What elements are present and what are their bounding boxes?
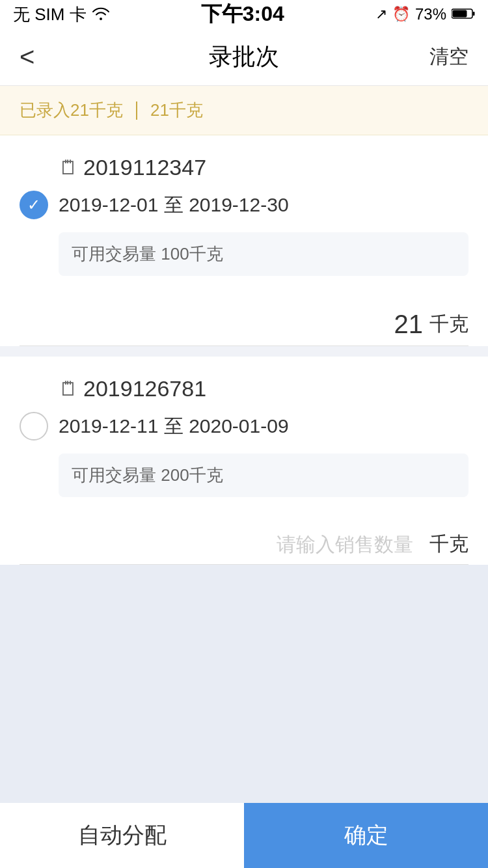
status-left: 无 SIM 卡	[13, 3, 110, 26]
batch-2-id: 2019126781	[83, 376, 206, 401]
batch-1-amount-unit: 千克	[429, 311, 468, 338]
batch-1-date-row: 2019-12-01 至 2019-12-30	[20, 191, 468, 219]
confirm-button[interactable]: 确定	[244, 803, 488, 868]
batch-1-available-qty: 可用交易量 100千克	[59, 232, 468, 276]
auto-distribute-button[interactable]: 自动分配	[0, 803, 244, 868]
status-time: 下午3:04	[201, 0, 284, 29]
batch-item-2: 🗒 2019126781 2019-12-11 至 2020-01-09 可用交…	[0, 357, 488, 565]
content-area: 🗒 2019112347 2019-12-01 至 2019-12-30 可用交…	[0, 135, 488, 868]
total-qty-label: 21千克	[150, 99, 203, 122]
batch-item-2-inner: 🗒 2019126781 2019-12-11 至 2020-01-09 可用交…	[0, 357, 488, 521]
svg-rect-1	[452, 10, 467, 18]
batch-1-id: 2019112347	[83, 155, 206, 180]
recorded-qty-label: 已录入21千克	[20, 99, 123, 122]
batch-item-1: 🗒 2019112347 2019-12-01 至 2019-12-30 可用交…	[0, 135, 488, 346]
batch-2-date-range: 2019-12-11 至 2020-01-09	[59, 413, 289, 440]
batch-2-id-row: 🗒 2019126781	[20, 376, 468, 401]
batch-2-date-row: 2019-12-11 至 2020-01-09	[20, 412, 468, 441]
batch-2-available-qty: 可用交易量 200千克	[59, 454, 468, 497]
info-divider	[136, 102, 137, 120]
alarm-icon: ⏰	[392, 6, 410, 23]
batch-1-date-range: 2019-12-01 至 2019-12-30	[59, 192, 289, 219]
batch-2-input-unit: 千克	[429, 531, 468, 558]
location-icon: ↗	[375, 6, 387, 23]
wifi-icon	[92, 5, 110, 25]
batch-1-amount-value: 21	[394, 310, 424, 339]
batch-1-id-row: 🗒 2019112347	[20, 155, 468, 180]
back-button[interactable]: <	[20, 42, 59, 72]
section-separator	[0, 346, 488, 357]
clear-button[interactable]: 清空	[429, 44, 468, 70]
bottom-bar: 自动分配 确定	[0, 803, 488, 868]
status-right: ↗ ⏰ 73%	[375, 5, 475, 23]
status-bar: 无 SIM 卡 下午3:04 ↗ ⏰ 73%	[0, 0, 488, 29]
battery-text: 73%	[415, 5, 446, 23]
svg-rect-2	[472, 12, 474, 16]
batch-1-doc-icon: 🗒	[59, 157, 78, 179]
batch-item-1-inner: 🗒 2019112347 2019-12-01 至 2019-12-30 可用交…	[0, 135, 488, 299]
batch-1-checkbox[interactable]	[20, 191, 48, 219]
batch-1-amount-row: 21 千克	[0, 299, 488, 339]
nav-bar: < 录批次 清空	[0, 29, 488, 86]
batch-2-qty-input[interactable]	[228, 534, 423, 556]
page-title: 录批次	[209, 41, 279, 73]
batch-2-checkbox[interactable]	[20, 412, 48, 441]
batch-2-input-row: 千克	[0, 521, 488, 558]
info-banner: 已录入21千克 21千克	[0, 86, 488, 135]
carrier-text: 无 SIM 卡	[13, 3, 87, 26]
battery-icon	[452, 5, 475, 23]
batch-2-doc-icon: 🗒	[59, 378, 78, 400]
